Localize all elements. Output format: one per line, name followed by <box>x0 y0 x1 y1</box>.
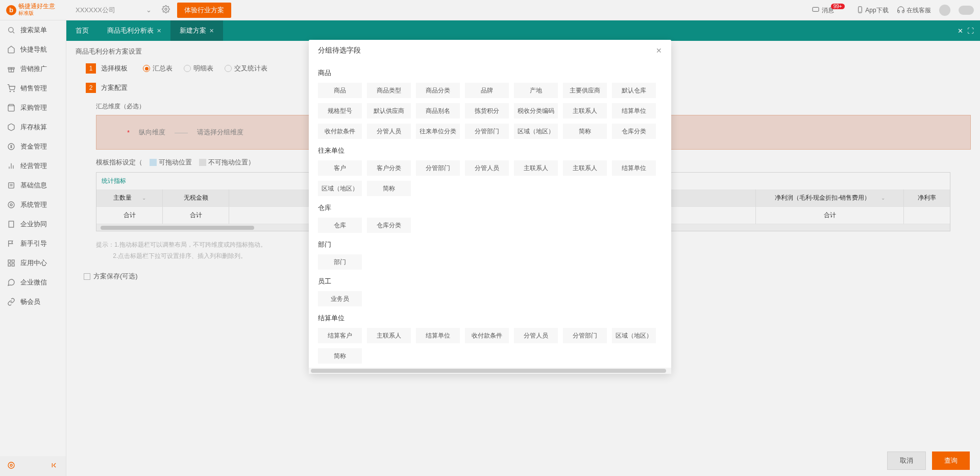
field-tag[interactable]: 结算单位 <box>612 103 656 118</box>
field-group-title: 商品 <box>318 68 668 78</box>
modal-close-button[interactable]: ✕ <box>656 46 662 55</box>
field-tag[interactable]: 品牌 <box>465 83 509 98</box>
field-tag[interactable]: 区域（地区） <box>318 181 362 196</box>
field-selector-modal: 分组待选字段 ✕ 商品商品商品类型商品分类品牌产地主要供应商默认仓库规格型号默认… <box>309 40 671 374</box>
field-tag[interactable]: 客户分类 <box>367 160 411 176</box>
field-tag[interactable]: 主要供应商 <box>563 83 607 98</box>
field-tag[interactable]: 分管部门 <box>416 160 460 176</box>
modal-title: 分组待选字段 <box>318 46 361 55</box>
field-tag[interactable]: 商品 <box>318 83 362 98</box>
field-tag[interactable]: 简称 <box>318 348 362 364</box>
field-group-title: 结算单位 <box>318 314 668 323</box>
field-tag[interactable]: 规格型号 <box>318 103 362 118</box>
field-tag[interactable]: 分管部门 <box>563 328 607 343</box>
field-tag[interactable]: 分管部门 <box>465 124 509 139</box>
field-tag[interactable]: 拣货积分 <box>465 103 509 118</box>
field-tag-list: 结算客户主联系人结算单位收付款条件分管人员分管部门区域（地区）简称 <box>318 328 668 364</box>
field-tag[interactable]: 税收分类编码 <box>514 103 558 118</box>
field-tag-list: 商品商品类型商品分类品牌产地主要供应商默认仓库规格型号默认供应商商品别名拣货积分… <box>318 83 668 139</box>
field-group: 员工业务员 <box>318 277 668 306</box>
field-tag[interactable]: 简称 <box>367 181 411 196</box>
field-tag-list: 部门 <box>318 254 668 270</box>
field-group-title: 部门 <box>318 240 668 249</box>
field-tag[interactable]: 主联系人 <box>367 328 411 343</box>
field-tag[interactable]: 商品类型 <box>367 83 411 98</box>
field-tag[interactable]: 产地 <box>514 83 558 98</box>
field-tag[interactable]: 分管人员 <box>514 328 558 343</box>
field-tag[interactable]: 商品别名 <box>416 103 460 118</box>
field-tag[interactable]: 区域（地区） <box>514 124 558 139</box>
field-group-title: 往来单位 <box>318 146 668 155</box>
field-group: 结算单位结算客户主联系人结算单位收付款条件分管人员分管部门区域（地区）简称 <box>318 314 668 364</box>
field-group-title: 仓库 <box>318 203 668 212</box>
field-tag[interactable]: 收付款条件 <box>465 328 509 343</box>
field-tag[interactable]: 收付款条件 <box>318 124 362 139</box>
field-tag[interactable]: 仓库分类 <box>612 124 656 139</box>
field-tag[interactable]: 主联系人 <box>514 160 558 176</box>
field-tag-list: 仓库仓库分类 <box>318 218 668 233</box>
field-group: 部门部门 <box>318 240 668 270</box>
field-tag[interactable]: 默认供应商 <box>367 103 411 118</box>
field-tag[interactable]: 仓库分类 <box>367 218 411 233</box>
field-group-title: 员工 <box>318 277 668 286</box>
modal-body[interactable]: 商品商品商品类型商品分类品牌产地主要供应商默认仓库规格型号默认供应商商品别名拣货… <box>309 61 671 368</box>
field-tag[interactable]: 分管人员 <box>367 124 411 139</box>
modal-horizontal-scrollbar[interactable] <box>309 368 671 374</box>
field-tag-list: 客户客户分类分管部门分管人员主联系人主联系人结算单位区域（地区）简称 <box>318 160 668 196</box>
field-tag[interactable]: 仓库 <box>318 218 362 233</box>
field-tag[interactable]: 结算单位 <box>612 160 656 176</box>
field-tag[interactable]: 业务员 <box>318 291 362 306</box>
field-tag[interactable]: 结算单位 <box>416 328 460 343</box>
field-group: 往来单位客户客户分类分管部门分管人员主联系人主联系人结算单位区域（地区）简称 <box>318 146 668 196</box>
field-tag[interactable]: 默认仓库 <box>612 83 656 98</box>
field-tag[interactable]: 主联系人 <box>563 103 607 118</box>
field-tag[interactable]: 分管人员 <box>465 160 509 176</box>
field-tag[interactable]: 主联系人 <box>563 160 607 176</box>
field-group: 仓库仓库仓库分类 <box>318 203 668 233</box>
field-tag[interactable]: 区域（地区） <box>612 328 656 343</box>
field-tag[interactable]: 客户 <box>318 160 362 176</box>
field-group: 商品商品商品类型商品分类品牌产地主要供应商默认仓库规格型号默认供应商商品别名拣货… <box>318 68 668 139</box>
field-tag[interactable]: 简称 <box>563 124 607 139</box>
field-tag[interactable]: 商品分类 <box>416 83 460 98</box>
field-tag[interactable]: 往来单位分类 <box>416 124 460 139</box>
modal-header: 分组待选字段 ✕ <box>309 40 671 61</box>
field-tag-list: 业务员 <box>318 291 668 306</box>
field-tag[interactable]: 部门 <box>318 254 362 270</box>
field-tag[interactable]: 结算客户 <box>318 328 362 343</box>
modal-mask: 分组待选字段 ✕ 商品商品商品类型商品分类品牌产地主要供应商默认仓库规格型号默认… <box>0 0 980 476</box>
